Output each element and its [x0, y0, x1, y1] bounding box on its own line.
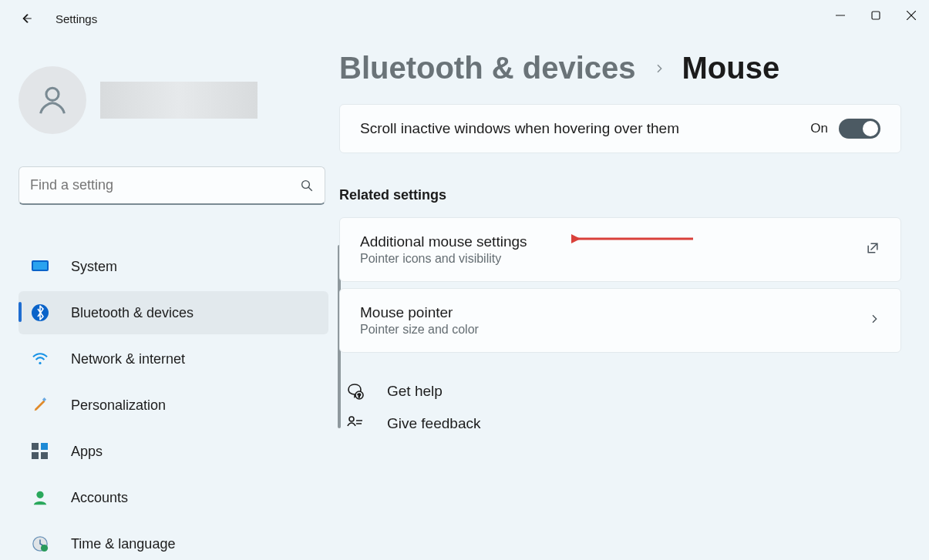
- chevron-right-icon: [653, 59, 665, 84]
- svg-point-5: [302, 180, 310, 188]
- search-input[interactable]: [30, 177, 300, 193]
- nav-item-system[interactable]: System: [19, 245, 328, 288]
- monitor-icon: [31, 257, 49, 276]
- help-icon: ?: [345, 382, 364, 401]
- get-help-link[interactable]: ? Get help: [339, 382, 901, 401]
- toggle-state-label: On: [810, 121, 828, 136]
- close-button[interactable]: [894, 0, 929, 31]
- svg-point-22: [349, 417, 354, 421]
- bluetooth-icon: [31, 303, 49, 322]
- svg-rect-15: [41, 452, 48, 459]
- nav-list: System Bluetooth & devices Network & int…: [19, 245, 339, 560]
- minimize-button[interactable]: [823, 0, 858, 31]
- related-item-title: Mouse pointer: [360, 304, 853, 321]
- svg-rect-14: [32, 452, 39, 459]
- user-name: [100, 82, 257, 119]
- titlebar: Settings: [0, 0, 929, 37]
- svg-rect-8: [33, 262, 47, 270]
- wifi-icon: [31, 350, 49, 368]
- nav-label: Apps: [71, 444, 103, 460]
- related-settings-heading: Related settings: [339, 187, 901, 203]
- nav-label: Time & language: [71, 536, 175, 552]
- svg-rect-11: [42, 397, 46, 401]
- svg-point-16: [36, 491, 43, 498]
- breadcrumb-parent[interactable]: Bluetooth & devices: [339, 51, 636, 86]
- window-controls: [823, 0, 929, 31]
- svg-line-6: [308, 187, 312, 191]
- feedback-icon: [345, 414, 364, 433]
- svg-rect-12: [32, 443, 39, 450]
- related-item-subtitle: Pointer icons and visibility: [360, 252, 850, 266]
- paintbrush-icon: [31, 396, 49, 414]
- nav-item-apps[interactable]: Apps: [19, 430, 328, 473]
- window-title: Settings: [56, 12, 97, 25]
- related-item-title: Additional mouse settings: [360, 233, 850, 250]
- svg-text:?: ?: [358, 393, 361, 398]
- main-content: Bluetooth & devices Mouse Scroll inactiv…: [339, 37, 929, 560]
- give-feedback-link[interactable]: Give feedback: [339, 414, 901, 433]
- toggle-scroll-inactive[interactable]: [839, 119, 880, 139]
- related-mouse-pointer[interactable]: Mouse pointer Pointer size and color: [339, 288, 901, 353]
- help-label: Get help: [387, 383, 443, 400]
- svg-point-10: [39, 362, 41, 364]
- clock-globe-icon: [31, 535, 49, 553]
- nav-label: System: [71, 259, 117, 275]
- related-additional-mouse-settings[interactable]: Additional mouse settings Pointer icons …: [339, 217, 901, 282]
- search-icon: [300, 179, 314, 193]
- feedback-label: Give feedback: [387, 415, 480, 432]
- svg-point-4: [46, 88, 59, 100]
- person-icon: [31, 488, 49, 507]
- nav-item-accounts[interactable]: Accounts: [19, 476, 328, 519]
- chevron-right-icon: [868, 313, 880, 328]
- svg-point-18: [41, 545, 48, 552]
- breadcrumb: Bluetooth & devices Mouse: [339, 51, 901, 86]
- nav-item-personalization[interactable]: Personalization: [19, 384, 328, 427]
- user-block[interactable]: [19, 66, 339, 134]
- back-button[interactable]: [19, 11, 34, 26]
- maximize-button[interactable]: [858, 0, 894, 31]
- setting-title: Scroll inactive windows when hovering ov…: [360, 120, 795, 137]
- apps-icon: [31, 442, 49, 461]
- sidebar: System Bluetooth & devices Network & int…: [0, 37, 339, 560]
- nav-label: Personalization: [71, 397, 166, 414]
- svg-rect-1: [872, 12, 880, 19]
- svg-rect-13: [41, 443, 48, 450]
- open-external-icon: [865, 240, 880, 259]
- nav-item-bluetooth-devices[interactable]: Bluetooth & devices: [19, 291, 328, 334]
- nav-label: Network & internet: [71, 351, 185, 367]
- search-box[interactable]: [19, 166, 325, 205]
- nav-item-network[interactable]: Network & internet: [19, 337, 328, 381]
- nav-label: Bluetooth & devices: [71, 305, 194, 321]
- setting-scroll-inactive: Scroll inactive windows when hovering ov…: [339, 104, 901, 153]
- nav-item-time-language[interactable]: Time & language: [19, 522, 328, 560]
- nav-label: Accounts: [71, 490, 128, 506]
- avatar: [19, 66, 86, 134]
- related-item-subtitle: Pointer size and color: [360, 323, 853, 337]
- breadcrumb-current: Mouse: [682, 51, 780, 86]
